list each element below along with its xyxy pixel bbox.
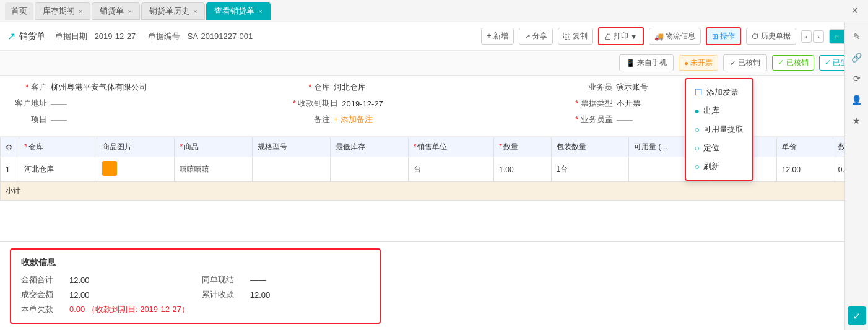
col-product: *商品 — [175, 137, 253, 157]
effective-icon: ✓ — [825, 58, 831, 67]
add-invoice-item[interactable]: ☐ 添加发票 — [686, 83, 752, 102]
total-amount-value: 12.00 — [69, 276, 90, 285]
ship-icon: ● — [695, 106, 700, 116]
locate-item[interactable]: ○ 定位 — [686, 139, 752, 157]
doc-date-label: 单据日期 2019-12-27 — [55, 31, 136, 42]
next-button[interactable]: › — [813, 30, 824, 43]
check-circle-icon: ✓ — [778, 58, 784, 67]
doc-number-value: SA-20191227-001 — [188, 32, 253, 41]
share-button[interactable]: ↗ 分享 — [519, 28, 553, 45]
check-icon: ✓ — [730, 59, 736, 67]
sidebar-sync-icon[interactable]: ⟳ — [848, 69, 866, 88]
customer-field: 客户 柳州粤港平安气体有限公司 — [10, 82, 293, 93]
row-model — [253, 157, 331, 182]
tab-sales-history[interactable]: 销货单历史 × — [141, 2, 205, 20]
col-gear: ⚙ — [1, 137, 19, 157]
col-unit: *销售单位 — [408, 137, 494, 157]
row-price: 12.00 — [776, 157, 833, 182]
doc-number-label: 单据编号 SA-20191227-001 — [148, 31, 253, 42]
col-min-stock: 最低库存 — [330, 137, 408, 157]
list-view-button[interactable]: ≡ — [830, 30, 844, 43]
copy-button[interactable]: ⿻ 复制 — [558, 28, 593, 45]
tab-inventory[interactable]: 库存期初 × — [35, 2, 90, 20]
address-value: —— — [51, 99, 293, 108]
col-pack-qty: 包装数量 — [551, 137, 629, 157]
from-phone-button[interactable]: 📱 来自手机 — [619, 54, 674, 71]
close-view-sales-tab[interactable]: × — [258, 7, 262, 15]
payment-date-label: 收款到期日 — [293, 98, 339, 109]
row-min-stock — [330, 157, 408, 182]
customer-value: 柳州粤港平安气体有限公司 — [51, 82, 293, 93]
share-icon: ↗ — [524, 32, 531, 41]
tab-sales[interactable]: 销货单 × — [92, 2, 139, 20]
col-product-img: 商品图片 — [97, 137, 175, 157]
sidebar-edit-icon[interactable]: ✎ — [848, 27, 866, 46]
copy-icon: ⿻ — [563, 32, 571, 41]
sidebar-user-icon[interactable]: 👤 — [848, 90, 866, 109]
sidebar-expand-icon[interactable]: ⤢ — [848, 306, 866, 325]
window-close-button[interactable]: × — [846, 4, 863, 17]
close-sales-tab[interactable]: × — [128, 7, 131, 15]
row-warehouse: 河北仓库 — [19, 157, 97, 182]
cumulative-row: 累计收款 12.00 — [202, 289, 370, 300]
not-opened-badge: ● 未开票 — [679, 55, 718, 71]
product-image — [102, 161, 117, 176]
warehouse-field: 仓库 河北仓库 — [293, 82, 576, 93]
toolbar-row: 📱 来自手机 ● 未开票 ✓ 已核销 ✓ 已核销 ✓ 已生效 — [0, 51, 868, 76]
arrears-value: 0.00 （收款到期日: 2019-12-27） — [69, 304, 189, 315]
prev-button[interactable]: ‹ — [801, 30, 812, 43]
close-inventory-tab[interactable]: × — [79, 7, 82, 15]
col-warehouse: *仓库 — [19, 137, 97, 157]
qty-icon: ○ — [695, 124, 700, 134]
remark-label: 备注 — [293, 114, 330, 125]
payment-grid: 金额合计 12.00 同单现结 —— 成交金额 12.00 累计收款 12.00… — [21, 274, 370, 315]
transaction-label: 成交金额 — [21, 289, 64, 300]
print-dropdown-arrow: ▼ — [630, 32, 638, 41]
total-amount-row: 金额合计 12.00 — [21, 274, 189, 285]
history-icon: ⏱ — [752, 32, 759, 41]
row-product-img — [97, 157, 175, 182]
payment-title: 收款信息 — [21, 257, 370, 268]
subtotal-label: 小计 — [1, 182, 868, 201]
right-sidebar: ✎ 🔗 ⟳ 👤 ★ ⤢ — [844, 22, 868, 330]
payment-date-value: 2019-12-27 — [342, 99, 575, 108]
warehouse-value: 河北仓库 — [334, 82, 576, 93]
main-content: ↗ 销货单 单据日期 2019-12-27 单据编号 SA-20191227-0… — [0, 22, 868, 330]
new-button[interactable]: + 新增 — [481, 28, 513, 45]
doc-meta: 单据日期 2019-12-27 单据编号 SA-20191227-001 — [55, 31, 471, 42]
col-price: 单价 — [776, 137, 833, 157]
logistics-button[interactable]: 🚚 物流信息 — [649, 28, 701, 45]
refresh-item[interactable]: ○ 刷新 — [686, 157, 752, 176]
available-qty-item[interactable]: ○ 可用量提取 — [686, 120, 752, 139]
tab-home[interactable]: 首页 — [5, 2, 33, 20]
ship-item[interactable]: ● 出库 — [686, 102, 752, 120]
remark-field: 备注 + 添加备注 — [293, 114, 576, 125]
arrears-label: 本单欠款 — [21, 304, 64, 315]
doc-title: ↗ 销货单 — [7, 30, 45, 42]
row-pack-qty: 1台 — [551, 157, 629, 182]
sidebar-star-icon[interactable]: ★ — [848, 111, 866, 130]
print-button[interactable]: 🖨 打印 ▼ — [598, 27, 644, 45]
total-amount-label: 金额合计 — [21, 274, 64, 285]
bottom-section: 收款信息 金额合计 12.00 同单现结 —— 成交金额 12.00 累计收款 … — [0, 241, 868, 330]
remark-add-btn[interactable]: + 添加备注 — [334, 114, 576, 125]
same-order-row: 同单现结 —— — [202, 274, 370, 285]
print-icon: 🖨 — [604, 32, 612, 41]
warehouse-label: 仓库 — [293, 82, 330, 93]
confirm-button[interactable]: ✓ 已核销 — [723, 54, 767, 71]
customer-label: 客户 — [10, 82, 47, 93]
history-button[interactable]: ⏱ 历史单据 — [746, 28, 796, 45]
row-num: 1 — [1, 157, 19, 182]
staff-label: 业务员 — [575, 82, 612, 93]
staff2-label: 业务员孟 — [575, 114, 613, 125]
doc-date-value: 2019-12-27 — [95, 32, 136, 41]
close-sales-history-tab[interactable]: × — [193, 7, 197, 15]
doc-type-label: 销货单 — [19, 31, 45, 42]
invoice-type-label: 票据类型 — [575, 98, 613, 109]
tab-view-sales[interactable]: 查看销货单 × — [206, 2, 270, 20]
sidebar-link-icon[interactable]: 🔗 — [848, 48, 866, 67]
operations-button[interactable]: ⊞ 操作 — [706, 27, 741, 45]
grid-icon: ⊞ — [712, 32, 718, 41]
address-label: 客户地址 — [10, 98, 47, 109]
invoice-icon: ☐ — [695, 87, 703, 97]
